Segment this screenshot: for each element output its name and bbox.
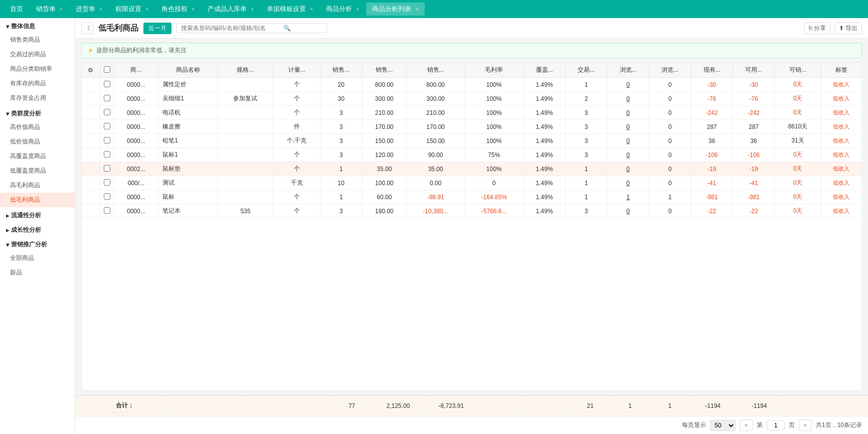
row-gross-rate-5: 75% xyxy=(465,148,524,162)
row-checkbox-3[interactable] xyxy=(100,120,114,134)
sidebar-item-inventory-fund[interactable]: 库存资金占用 xyxy=(0,91,75,105)
sidebar-collapse-button[interactable]: 《 xyxy=(81,22,93,34)
nav-analysis-list[interactable]: 商品分析列表 × xyxy=(366,3,424,16)
sidebar-group-growth[interactable]: ▸ 成长性分析 xyxy=(0,222,75,236)
close-role-icon[interactable]: × xyxy=(192,6,195,12)
row-checkbox-9[interactable] xyxy=(100,204,114,218)
row-settings-6 xyxy=(82,162,100,176)
row-name-3[interactable]: 橡皮擦 xyxy=(158,120,218,134)
close-analysis-list-icon[interactable]: × xyxy=(415,6,418,12)
close-purchase-order-icon[interactable]: × xyxy=(99,6,102,12)
row-name-4[interactable]: 铅笔1 xyxy=(158,134,218,148)
row-select-3[interactable] xyxy=(104,123,110,129)
sidebar-item-all-products[interactable]: 全部商品 xyxy=(0,251,75,265)
col-settings[interactable]: ⚙ xyxy=(82,63,100,78)
sidebar-item-low-coverage[interactable]: 低覆盖度商品 xyxy=(0,164,75,178)
row-browse1-9[interactable]: 0 xyxy=(607,204,649,218)
close-sales-order-icon[interactable]: × xyxy=(60,6,63,12)
row-select-8[interactable] xyxy=(104,193,110,200)
row-browse1-6[interactable]: 0 xyxy=(607,162,649,176)
row-settings-1 xyxy=(82,92,100,106)
row-browse1-2[interactable]: 0 xyxy=(607,106,649,120)
search-icon[interactable]: 🔍 xyxy=(283,25,291,32)
sidebar-item-low-value[interactable]: 低价值商品 xyxy=(0,134,75,149)
nav-purchase-order[interactable]: 进货单 × xyxy=(70,3,108,16)
row-name-6[interactable]: 鼠标垫 xyxy=(158,162,218,176)
row-select-7[interactable] xyxy=(104,179,110,186)
prev-page-button[interactable]: ＜ xyxy=(740,419,753,431)
sidebar-group-cluster-analysis[interactable]: ▾ 类群度分析 xyxy=(0,105,75,120)
sidebar-item-high-value[interactable]: 高价值商品 xyxy=(0,120,75,134)
row-checkbox-2[interactable] xyxy=(100,106,114,120)
row-checkbox-0[interactable] xyxy=(100,78,114,92)
row-name-2[interactable]: 电话机 xyxy=(158,106,218,120)
row-transactions-8: 1 xyxy=(565,190,607,204)
row-checkbox-7[interactable] xyxy=(100,176,114,190)
sidebar-group-circulation[interactable]: ▸ 流通性分析 xyxy=(0,207,75,222)
row-gross-rate-8: -164.85% xyxy=(465,190,524,204)
nav-permission-settings[interactable]: 权限设置 × xyxy=(109,3,154,16)
row-checkbox-6[interactable] xyxy=(100,162,114,176)
close-analysis-icon[interactable]: × xyxy=(356,6,359,12)
sidebar-item-in-stock[interactable]: 有库存的商品 xyxy=(0,76,75,91)
row-select-9[interactable] xyxy=(104,207,110,214)
row-select-4[interactable] xyxy=(104,137,110,143)
row-unit-3: 件 xyxy=(273,120,320,134)
row-name-8[interactable]: 鼠标 xyxy=(158,190,218,204)
row-current-0: -30 xyxy=(691,78,733,92)
row-browse1-7[interactable]: 0 xyxy=(607,176,649,190)
row-name-5[interactable]: 鼠标1 xyxy=(158,148,218,162)
row-browse1-3[interactable]: 0 xyxy=(607,120,649,134)
sidebar-item-high-margin[interactable]: 高毛利商品 xyxy=(0,178,75,193)
nav-sales-order[interactable]: 销货单 × xyxy=(30,3,69,16)
sidebar-item-category-rate[interactable]: 商品分类助销率 xyxy=(0,62,75,76)
row-select-2[interactable] xyxy=(104,109,110,115)
row-current-8: -981 xyxy=(691,190,733,204)
row-select-0[interactable] xyxy=(104,81,110,87)
row-select-6[interactable] xyxy=(104,165,110,172)
per-page-select[interactable]: 50 20 100 xyxy=(710,420,736,431)
row-name-1[interactable]: 吴细细1 xyxy=(158,92,218,106)
sidebar-group-overall-info[interactable]: ▾ 整体信息 xyxy=(0,18,75,33)
page-number-input[interactable] xyxy=(767,420,785,430)
row-checkbox-4[interactable] xyxy=(100,134,114,148)
nav-home[interactable]: 首页 xyxy=(4,3,29,16)
row-checkbox-8[interactable] xyxy=(100,190,114,204)
row-browse1-1[interactable]: 0 xyxy=(607,92,649,106)
close-product-icon[interactable]: × xyxy=(251,6,254,12)
search-input[interactable] xyxy=(181,25,281,32)
sidebar-item-new-products[interactable]: 新品 xyxy=(0,265,75,280)
nav-product-analysis[interactable]: 商品分析 × xyxy=(320,3,365,16)
row-browse1-5[interactable]: 0 xyxy=(607,148,649,162)
nav-product-entry[interactable]: 产成品入库单 × xyxy=(202,3,260,16)
col-checkbox[interactable] xyxy=(100,63,114,78)
row-name-9[interactable]: 笔记本 xyxy=(158,204,218,218)
warning-icon: ☀ xyxy=(88,47,93,54)
time-filter-button[interactable]: 近一月 xyxy=(143,23,171,34)
sidebar-group-marketing[interactable]: ▾ 营销推广分析 xyxy=(0,236,75,251)
row-select-5[interactable] xyxy=(104,151,110,158)
close-template-icon[interactable]: × xyxy=(310,6,313,12)
row-select-1[interactable] xyxy=(104,95,110,101)
export-button[interactable]: ⬆ 导出 xyxy=(834,23,862,34)
totals-available: -1194 xyxy=(736,399,782,413)
sidebar-item-high-coverage[interactable]: 高覆盖度商品 xyxy=(0,149,75,164)
row-checkbox-5[interactable] xyxy=(100,148,114,162)
sidebar-item-sales-products[interactable]: 销售类商品 xyxy=(0,33,75,47)
share-button[interactable]: ⎘ 分享 xyxy=(804,23,830,34)
nav-template-settings[interactable]: 单据模板设置 × xyxy=(261,3,319,16)
row-checkbox-1[interactable] xyxy=(100,92,114,106)
select-all-checkbox[interactable] xyxy=(104,66,110,73)
row-available-1: -76 xyxy=(733,92,774,106)
row-browse1-8[interactable]: 1 xyxy=(607,190,649,204)
sidebar-item-traded-products[interactable]: 交易过的商品 xyxy=(0,47,75,62)
row-sales-count-9: 3 xyxy=(320,204,362,218)
row-name-0[interactable]: 属性定价 xyxy=(158,78,218,92)
sidebar-item-low-margin[interactable]: 低毛利商品 xyxy=(0,193,75,207)
row-browse1-4[interactable]: 0 xyxy=(607,134,649,148)
next-page-button[interactable]: ＞ xyxy=(799,419,812,431)
row-browse1-0[interactable]: 0 xyxy=(607,78,649,92)
close-permission-icon[interactable]: × xyxy=(145,6,148,12)
nav-role-auth[interactable]: 角色授权 × xyxy=(155,3,201,16)
row-name-7[interactable]: 测试 xyxy=(158,176,218,190)
